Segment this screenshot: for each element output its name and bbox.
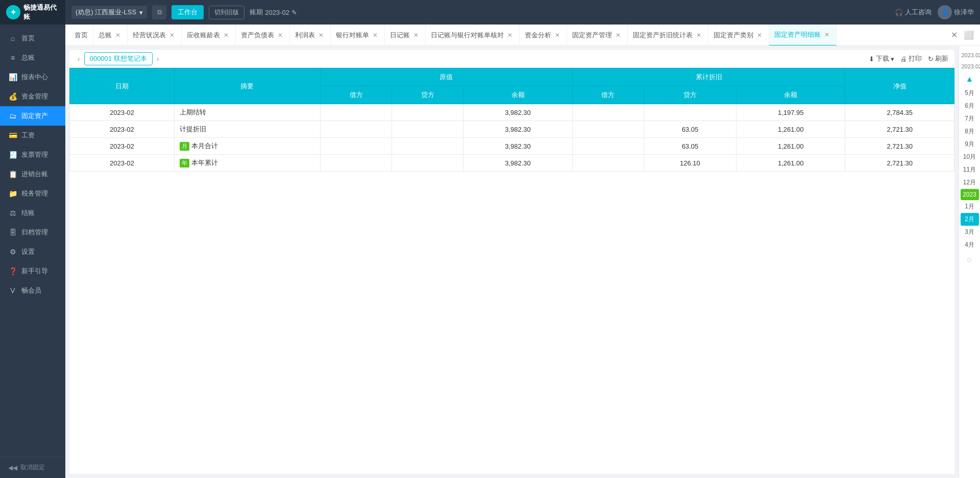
copy-button[interactable]: ⧉ (152, 5, 166, 19)
restore-tab[interactable]: ⬜ (962, 28, 976, 42)
right-panel-month[interactable]: 4月 (961, 238, 979, 251)
tab-close-profit[interactable]: ✕ (317, 31, 325, 39)
sidebar-item-invoice[interactable]: 🧾发票管理 (0, 145, 65, 164)
company-selector[interactable]: (劝息) 江西服业-LSS ▾ (71, 6, 147, 19)
tab-close-journal[interactable]: ✕ (412, 31, 420, 39)
col-net-value: 净值 (845, 68, 954, 104)
subnav-next[interactable]: › (155, 54, 161, 64)
workbench-button[interactable]: 工作台 (172, 5, 204, 19)
tab-ledger[interactable]: 总账✕ (93, 25, 128, 46)
tab-close-fund-analysis[interactable]: ✕ (553, 31, 561, 39)
sidebar-label-settlement: 结账 (21, 208, 35, 218)
tab-close-fa-depreciation[interactable]: ✕ (695, 31, 703, 39)
cell-ad-balance: 1,261.00 (736, 121, 845, 138)
tab-close-fa-detail[interactable]: ✕ (823, 31, 831, 39)
tab-close-fa-category[interactable]: ✕ (755, 31, 764, 39)
oldver-button[interactable]: 切到旧版 (209, 6, 244, 19)
tab-balance[interactable]: 资产负债表✕ (236, 25, 290, 46)
sidebar-label-settings: 设置 (21, 247, 35, 256)
table-row: 2023-02 月本月合计 3,982.30 63.05 1,261.00 2,… (70, 138, 954, 155)
service-link[interactable]: 🎧 人工咨询 (895, 8, 932, 17)
sidebar-item-settings[interactable]: ⚙设置 (0, 242, 65, 261)
sidebar-label-home: 首页 (21, 34, 35, 43)
right-panel-month[interactable]: 11月 (961, 163, 979, 176)
funds-icon: 💰 (8, 92, 17, 101)
sidebar-item-member[interactable]: V畅会员 (0, 281, 65, 300)
cell-ov-debit (321, 138, 392, 155)
sidebar-footer[interactable]: ◀◀ 取消固定 (0, 457, 65, 478)
tab-fa-mgmt[interactable]: 固定资产管理✕ (567, 25, 628, 46)
right-panel-up[interactable]: ▲ (961, 73, 979, 86)
right-panel-month[interactable]: 12月 (961, 176, 979, 189)
tab-close-ledger[interactable]: ✕ (114, 31, 122, 39)
user-menu[interactable]: 👤 徐泽华 (938, 5, 974, 19)
tab-fa-detail[interactable]: 固定资产明细账✕ (769, 25, 837, 46)
right-panel-month[interactable]: 6月 (961, 100, 979, 112)
right-panel-month[interactable]: 3月 (961, 226, 979, 238)
period-edit-icon[interactable]: ✎ (291, 9, 297, 16)
cell-ad-balance: 1,197.95 (736, 104, 845, 121)
sidebar-item-reports[interactable]: 📊报表中心 (0, 67, 65, 87)
right-panel-month[interactable]: 5月 (961, 87, 979, 100)
close-all-tabs[interactable]: ✕ (949, 28, 960, 42)
tab-home[interactable]: 首页 (69, 25, 93, 46)
tab-journal[interactable]: 日记账✕ (385, 25, 426, 46)
sidebar-label-reports: 报表中心 (21, 73, 48, 82)
col-summary: 摘要 (174, 68, 320, 104)
tab-biz-status[interactable]: 经营状况表✕ (128, 25, 182, 46)
tab-close-biz-status[interactable]: ✕ (168, 31, 176, 39)
sidebar-item-funds[interactable]: 💰资金管理 (0, 87, 65, 106)
tabbar-actions: ✕ ⬜ (949, 28, 976, 42)
fixed-assets-icon: 🗂 (8, 112, 17, 120)
right-panel-month-active[interactable]: 2月 (961, 213, 979, 226)
tab-profit[interactable]: 利润表✕ (290, 25, 331, 46)
sidebar-item-settlement[interactable]: ⚖结账 (0, 203, 65, 223)
sidebar-item-tax[interactable]: 📁税务管理 (0, 184, 65, 203)
tab-fund-analysis[interactable]: 资金分析✕ (520, 25, 567, 46)
tab-label-journal-bank: 日记账与银行对账单核对 (431, 31, 504, 40)
sidebar-item-fixed-assets[interactable]: 🗂固定资产 (0, 106, 65, 126)
print-btn[interactable]: 🖨 打印 (900, 54, 922, 63)
right-panel-month[interactable]: 10月 (961, 151, 979, 163)
tab-close-journal-bank[interactable]: ✕ (506, 31, 514, 39)
sidebar-item-home[interactable]: ⌂首页 (0, 29, 65, 48)
tab-close-fa-mgmt[interactable]: ✕ (614, 31, 622, 39)
right-panel-period-top1: 2023.02 (961, 50, 979, 60)
col-original-value: 原值 (321, 68, 573, 86)
sidebar-item-sales[interactable]: 📋进销台账 (0, 164, 65, 184)
refresh-btn[interactable]: ↻ 刷新 (928, 54, 948, 63)
cell-ov-credit (392, 104, 463, 121)
right-panel-period-top2: 2023.02 (961, 61, 979, 71)
cell-ad-balance: 1,261.00 (736, 138, 845, 155)
tab-ar[interactable]: 应收账龄表✕ (182, 25, 236, 46)
main-area: (劝息) 江西服业-LSS ▾ ⧉ 工作台 切到旧版 账期 2023-02 ✎ … (65, 0, 980, 478)
tab-bank-stmt[interactable]: 银行对账单✕ (331, 25, 385, 46)
subnav-prev[interactable]: ‹ (76, 54, 82, 64)
sidebar-item-guide[interactable]: ❓新手引导 (0, 261, 65, 281)
right-panel: 2023.02 2023.02 ▲ 5月6月7月8月9月10月11月12月202… (959, 46, 980, 478)
right-panel-year-2023[interactable]: 2023 (961, 189, 979, 200)
cell-ov-debit (321, 155, 392, 172)
tab-close-ar[interactable]: ✕ (222, 31, 230, 39)
table-container: 日期 摘要 原值 累计折旧 净值 借方 贷方 余额 借方 贷方 余额 (69, 68, 954, 474)
tab-close-bank-stmt[interactable]: ✕ (371, 31, 379, 39)
sidebar-item-ledger[interactable]: ≡总账 (0, 48, 65, 67)
download-btn[interactable]: ⬇ 下载 ▾ (869, 54, 894, 63)
tab-fa-depreciation[interactable]: 固定资产折旧统计表✕ (628, 25, 708, 46)
right-panel-month[interactable]: 8月 (961, 125, 979, 138)
tab-close-balance[interactable]: ✕ (276, 31, 284, 39)
right-panel-circle: ○ (961, 252, 979, 267)
right-panel-month[interactable]: 1月 (961, 200, 979, 213)
sidebar-item-archive[interactable]: 🗄归档管理 (0, 223, 65, 242)
tab-fa-category[interactable]: 固定资产类别✕ (708, 25, 769, 46)
sidebar-item-salary[interactable]: 💳工资 (0, 126, 65, 145)
cell-net-value: 2,721.30 (845, 138, 954, 155)
right-panel-month[interactable]: 7月 (961, 112, 979, 125)
tab-label-ar: 应收账龄表 (187, 31, 220, 40)
cell-ov-credit (392, 155, 463, 172)
tab-label-fa-depreciation: 固定资产折旧统计表 (633, 31, 693, 40)
right-panel-month[interactable]: 9月 (961, 138, 979, 151)
asset-breadcrumb[interactable]: 000001 联想笔记本 (84, 52, 153, 65)
tab-journal-bank[interactable]: 日记账与银行对账单核对✕ (426, 25, 520, 46)
tab-label-journal: 日记账 (390, 31, 410, 40)
